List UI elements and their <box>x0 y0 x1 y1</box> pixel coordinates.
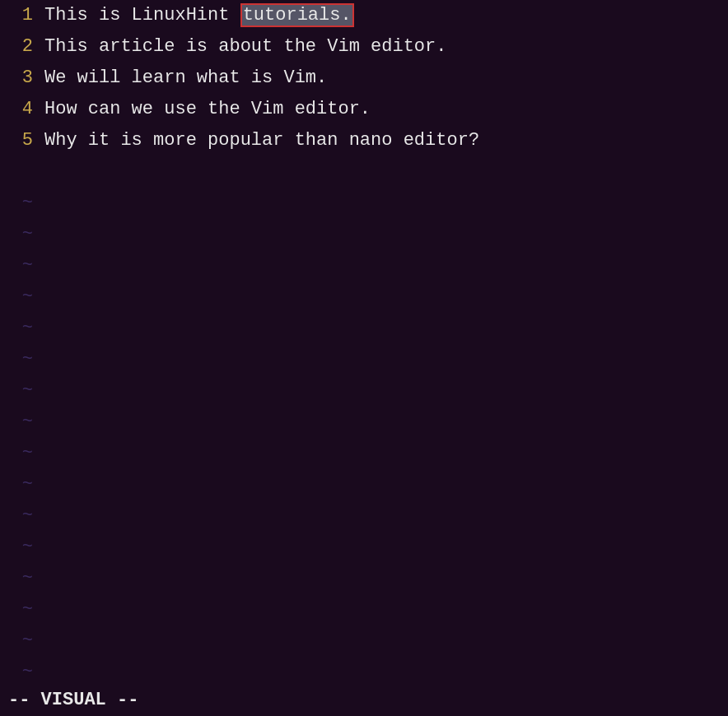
tilde-line-11: ~ <box>0 505 728 537</box>
tilde-char: ~ <box>8 349 33 370</box>
tilde-char: ~ <box>8 193 33 213</box>
tilde-char: ~ <box>8 474 33 495</box>
line-content-2: This article is about the Vim editor. <box>44 36 446 57</box>
tilde-char: ~ <box>8 411 33 432</box>
tilde-line-1: ~ <box>0 193 728 224</box>
tilde-char: ~ <box>8 599 33 620</box>
tilde-line-6: ~ <box>0 349 728 380</box>
editor-line-3: 3 We will learn what is Vim. <box>0 67 728 99</box>
tilde-char: ~ <box>8 537 33 557</box>
line-content-3: We will learn what is Vim. <box>44 67 327 88</box>
tilde-char: ~ <box>8 318 33 338</box>
visual-mode-indicator: -- VISUAL -- <box>8 690 138 710</box>
tilde-line-7: ~ <box>0 380 728 411</box>
tilde-char: ~ <box>8 662 33 682</box>
tilde-line-13: ~ <box>0 568 728 599</box>
editor-line-5: 5 Why it is more popular than nano edito… <box>0 130 728 161</box>
tilde-char: ~ <box>8 568 33 588</box>
tilde-line-12: ~ <box>0 537 728 568</box>
tilde-char: ~ <box>8 380 33 401</box>
line-number-4: 4 <box>8 99 33 119</box>
tilde-line-5: ~ <box>0 318 728 349</box>
line-content-1: This is LinuxHint tutorials. <box>44 5 354 26</box>
line-content-5: Why it is more popular than nano editor? <box>44 130 479 151</box>
tilde-line-16: ~ <box>0 662 728 683</box>
tilde-char: ~ <box>8 255 33 276</box>
tilde-char: ~ <box>8 630 33 651</box>
tilde-line-9: ~ <box>0 443 728 474</box>
editor-line-1: 1 This is LinuxHint tutorials. <box>0 5 728 36</box>
line-number-2: 2 <box>8 36 33 57</box>
editor-line-2: 2 This article is about the Vim editor. <box>0 36 728 67</box>
tilde-line-3: ~ <box>0 255 728 286</box>
tilde-char: ~ <box>8 286 33 307</box>
editor-empty-line <box>0 161 728 193</box>
vim-editor[interactable]: 1 This is LinuxHint tutorials. 2 This ar… <box>0 0 728 716</box>
editor-line-4: 4 How can we use the Vim editor. <box>0 99 728 130</box>
tilde-char: ~ <box>8 224 33 244</box>
line-content-4: How can we use the Vim editor. <box>44 99 371 119</box>
line-number-5: 5 <box>8 130 33 151</box>
tilde-line-2: ~ <box>0 224 728 255</box>
tilde-line-15: ~ <box>0 630 728 662</box>
highlighted-text: tutorials. <box>240 3 354 27</box>
tilde-char: ~ <box>8 505 33 526</box>
tilde-line-8: ~ <box>0 411 728 443</box>
tilde-line-10: ~ <box>0 474 728 505</box>
line-number-3: 3 <box>8 67 33 88</box>
status-bar: -- VISUAL -- <box>0 683 728 716</box>
tilde-line-4: ~ <box>0 286 728 318</box>
tilde-char: ~ <box>8 443 33 463</box>
line-number-1: 1 <box>8 5 33 26</box>
tilde-line-14: ~ <box>0 599 728 630</box>
editor-content: 1 This is LinuxHint tutorials. 2 This ar… <box>0 0 728 683</box>
